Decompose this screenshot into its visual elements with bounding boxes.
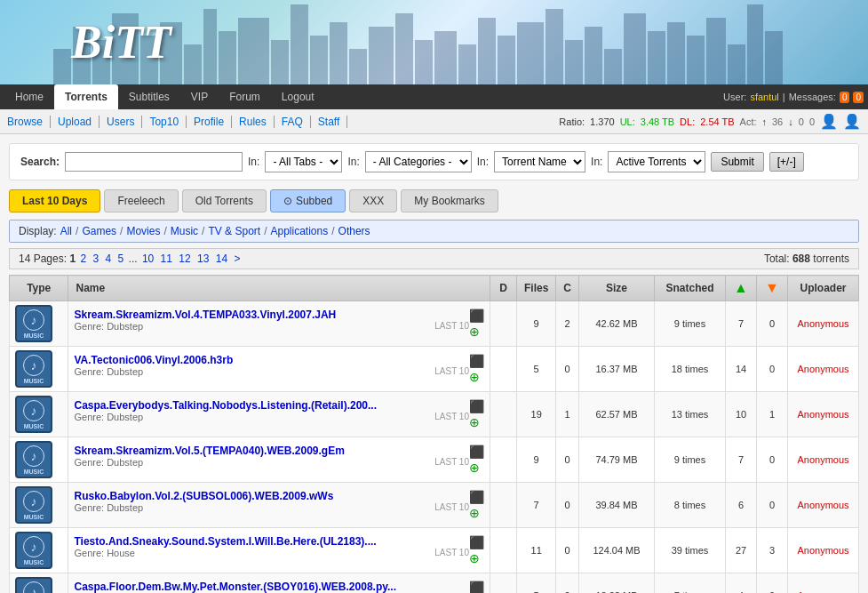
display-music[interactable]: Music: [171, 225, 198, 237]
page-4[interactable]: 4: [105, 252, 111, 265]
download-icon-3[interactable]: ⬛: [469, 445, 484, 459]
type-label-3: MUSIC: [24, 469, 44, 475]
subnav-top10[interactable]: Top10: [142, 116, 187, 128]
page-5[interactable]: 5: [118, 252, 124, 265]
add-icon-4[interactable]: ⊕: [469, 506, 484, 520]
subnav-upload[interactable]: Upload: [51, 116, 100, 128]
download-icon-1[interactable]: ⬛: [469, 354, 484, 368]
tab-old-torrents[interactable]: Old Torrents: [182, 189, 267, 212]
add-icon-3[interactable]: ⊕: [469, 461, 484, 475]
type-icon-4[interactable]: ♪ MUSIC: [15, 486, 52, 524]
display-movies[interactable]: Movies: [126, 225, 160, 237]
submit-button[interactable]: Submit: [711, 152, 763, 172]
tab-freeleech[interactable]: Freeleech: [104, 189, 178, 212]
uploader-link-5[interactable]: Anonymous: [797, 545, 848, 556]
page-10[interactable]: 10: [142, 252, 154, 265]
uploader-link-4[interactable]: Anonymous: [797, 500, 848, 510]
categories-select[interactable]: - All Categories -: [365, 151, 472, 172]
down-cell-4: 0: [757, 483, 788, 528]
page-2[interactable]: 2: [80, 252, 86, 265]
type-icon-1[interactable]: ♪ MUSIC: [15, 350, 52, 388]
nav-torrents[interactable]: Torrents: [54, 84, 118, 109]
table-row: ♪ MUSIC ⬛ ⊕ Skream.Skreamizm.Vol.5.(TEMP…: [10, 437, 859, 483]
add-icon-1[interactable]: ⊕: [469, 370, 484, 384]
up-cell-2: 10: [726, 392, 757, 437]
torrent-name-link-3[interactable]: Skream.Skreamizm.Vol.5.(TEMPA040).WEB.20…: [74, 445, 344, 457]
torrent-name-link-2[interactable]: Caspa.Everybodys.Talking.Nobodys.Listeni…: [74, 399, 377, 412]
page-11[interactable]: 11: [161, 252, 172, 265]
msg-badge-2[interactable]: 0: [853, 92, 864, 103]
col-type: Type: [10, 276, 68, 301]
add-icon-5[interactable]: ⊕: [469, 551, 484, 565]
type-face-icon-3: ♪: [23, 445, 44, 467]
torrent-name-link-5[interactable]: Tiesto.And.Sneaky.Sound.System.I.Will.Be…: [74, 535, 376, 548]
page-1[interactable]: 1: [69, 252, 76, 265]
torrent-name-link-4[interactable]: Rusko.Babylon.Vol.2.(SUBSOL006).WEB.2009…: [74, 490, 333, 502]
page-3[interactable]: 3: [92, 252, 99, 265]
tab-last10days[interactable]: Last 10 Days: [9, 189, 100, 212]
tab-bookmarks[interactable]: My Bookmarks: [401, 189, 498, 212]
last10-badge-2: LAST 10: [434, 412, 469, 421]
subnav-rules[interactable]: Rules: [232, 116, 275, 128]
genre-text-0: Genre: Dubstep: [74, 321, 143, 332]
display-tv-sport[interactable]: TV & Sport: [208, 225, 260, 237]
size-cell-6: 18.03 MB: [579, 573, 655, 594]
status-select[interactable]: Active Torrents: [608, 151, 705, 172]
subnav-browse[interactable]: Browse: [7, 116, 51, 128]
uploader-link-2[interactable]: Anonymous: [797, 409, 848, 420]
subnav-users[interactable]: Users: [100, 116, 142, 128]
add-icon-2[interactable]: ⊕: [469, 415, 484, 429]
type-label-0: MUSIC: [24, 333, 44, 339]
search-input[interactable]: [65, 152, 243, 172]
page-13[interactable]: 13: [197, 252, 209, 265]
display-games[interactable]: Games: [82, 225, 116, 237]
page-14[interactable]: 14: [216, 252, 227, 265]
type-icon-0[interactable]: ♪ MUSIC: [15, 305, 52, 342]
size-cell-4: 39.84 MB: [579, 483, 655, 528]
torrent-name-link-0[interactable]: Skream.Skreamizm.Vol.4.TEMPA033.Vinyl.20…: [74, 309, 336, 321]
tab-xxx[interactable]: XXX: [349, 189, 397, 212]
type-icon-2[interactable]: ♪ MUSIC: [15, 396, 52, 433]
uploader-link-1[interactable]: Anonymous: [797, 364, 848, 374]
col-d: D: [490, 276, 516, 301]
torrent-name-link-6[interactable]: Caspa.Floor.Dem.Bw.My.Pet.Monster.(SBOY0…: [74, 581, 396, 593]
subnav-faq[interactable]: FAQ: [275, 116, 311, 128]
torrent-dl-icons-6: ⬛ ⊕: [469, 581, 484, 593]
subnav-profile[interactable]: Profile: [187, 116, 232, 128]
display-applications[interactable]: Applications: [270, 225, 328, 237]
nav-subtitles[interactable]: Subtitles: [118, 84, 180, 109]
ellipsis: ...: [129, 252, 138, 265]
page-next[interactable]: >: [234, 252, 240, 265]
table-row: ♪ MUSIC ⬛ ⊕ Tiesto.And.Sneaky.Sound.Syst…: [10, 528, 859, 573]
download-icon-6[interactable]: ⬛: [469, 581, 484, 593]
display-others[interactable]: Others: [338, 225, 370, 237]
uploader-link-0[interactable]: Anonymous: [797, 318, 848, 329]
username-link[interactable]: sfantul: [750, 92, 778, 102]
torrent-name-link-1[interactable]: VA.Tectonic006.Vinyl.2006.h3rb: [74, 354, 233, 366]
type-icon-3[interactable]: ♪ MUSIC: [15, 441, 52, 478]
add-icon-0[interactable]: ⊕: [469, 325, 484, 339]
pages-label: 14 Pages:: [19, 252, 67, 265]
act-up-val: 0: [799, 116, 804, 127]
display-all[interactable]: All: [60, 225, 72, 237]
type-icon-6[interactable]: ♪ MUSIC: [15, 577, 52, 593]
torrent-dl-icons-3: ⬛ ⊕: [469, 445, 484, 475]
download-icon-0[interactable]: ⬛: [469, 309, 484, 323]
field-select[interactable]: Torrent Name: [494, 151, 585, 172]
uploader-cell-5: Anonymous: [788, 528, 859, 573]
download-icon-5[interactable]: ⬛: [469, 535, 484, 549]
uploader-link-3[interactable]: Anonymous: [797, 454, 848, 465]
tab-subbed[interactable]: ⊙ Subbed: [270, 189, 346, 212]
tabs-select[interactable]: - All Tabs -: [265, 151, 342, 172]
msg-badge-1[interactable]: 0: [840, 92, 850, 103]
plus-minus-button[interactable]: [+/-]: [769, 152, 804, 172]
subnav-staff[interactable]: Staff: [311, 116, 347, 128]
nav-forum[interactable]: Forum: [219, 84, 271, 109]
nav-home[interactable]: Home: [4, 84, 54, 109]
download-icon-2[interactable]: ⬛: [469, 399, 484, 413]
type-icon-5[interactable]: ♪ MUSIC: [15, 532, 52, 569]
nav-vip[interactable]: VIP: [180, 84, 219, 109]
download-icon-4[interactable]: ⬛: [469, 490, 484, 504]
nav-logout[interactable]: Logout: [271, 84, 325, 109]
page-12[interactable]: 12: [179, 252, 190, 265]
